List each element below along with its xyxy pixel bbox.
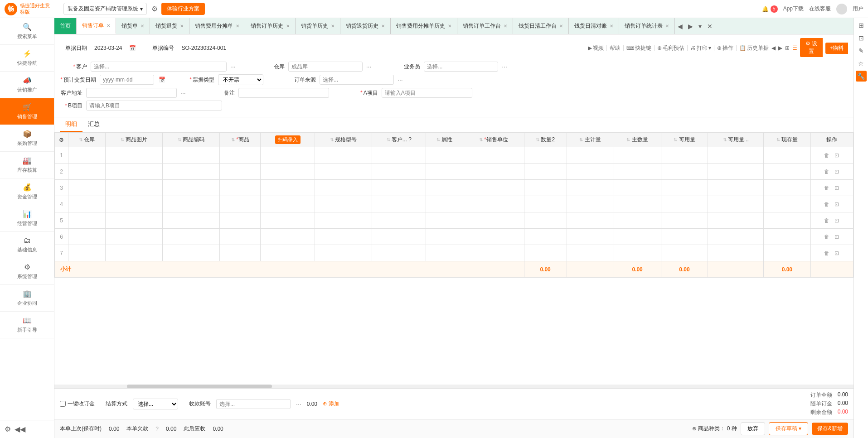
row5-main-unit[interactable] <box>567 212 614 229</box>
tab-close-sales-order[interactable]: ✕ <box>107 23 110 28</box>
tab-next-btn[interactable]: ▶ <box>685 23 696 30</box>
payment-account-more[interactable]: ··· <box>296 400 301 408</box>
row6-spec[interactable] <box>315 229 372 245</box>
row4-main-qty[interactable] <box>614 196 661 212</box>
tab-close-order-history[interactable]: ✕ <box>286 24 290 29</box>
right-tool-records[interactable]: ⊡ <box>856 33 867 43</box>
row7-customer-code[interactable] <box>372 245 426 261</box>
row2-customer-code[interactable] <box>372 164 426 180</box>
row2-delete-btn[interactable]: 🗑 <box>822 167 831 176</box>
grid-view-btn[interactable]: ⊞ <box>785 45 790 51</box>
row1-spec[interactable] <box>315 147 372 164</box>
row4-delete-btn[interactable]: 🗑 <box>822 200 831 209</box>
row5-product[interactable] <box>219 212 260 229</box>
row4-main-unit[interactable] <box>567 196 614 212</box>
tab-goods-history[interactable]: 销货单历史 ✕ <box>296 18 340 34</box>
order-source-input[interactable] <box>320 75 394 85</box>
ticket-select[interactable]: 不开票 <box>218 74 263 85</box>
horizontal-scrollbar[interactable] <box>54 385 853 388</box>
row3-warehouse[interactable] <box>68 180 106 196</box>
sidebar-item-purchase[interactable]: 📦 采购管理 <box>0 125 54 152</box>
row1-warehouse[interactable] <box>68 147 106 164</box>
row3-sales-unit[interactable] <box>463 180 524 196</box>
row1-customer-code[interactable] <box>372 147 426 164</box>
sidebar-item-search[interactable]: 🔍 搜索菜单 <box>0 18 54 45</box>
row1-main-unit[interactable] <box>567 147 614 164</box>
row6-code[interactable] <box>162 229 219 245</box>
this-order-help[interactable]: ? <box>155 426 159 432</box>
help-icon[interactable]: ? <box>408 136 412 143</box>
tab-stats[interactable]: 销售订单统计表 ✕ <box>619 18 675 34</box>
a-project-input[interactable] <box>382 88 472 98</box>
user-avatar[interactable] <box>836 4 847 14</box>
tab-close-workbench[interactable]: ✕ <box>504 24 507 29</box>
tab-returns-history[interactable]: 销货退货历史 ✕ <box>340 18 391 34</box>
row6-main-unit[interactable] <box>567 229 614 245</box>
row3-spec[interactable] <box>315 180 372 196</box>
history-btn[interactable]: 📋 历史单据 <box>739 44 769 52</box>
tab-sales-order[interactable]: 销售订单 ✕ <box>77 18 116 34</box>
row6-delete-btn[interactable]: 🗑 <box>822 232 831 241</box>
tab-prev-btn[interactable]: ◀ <box>675 23 685 30</box>
tab-close-all-btn[interactable]: ✕ <box>704 23 715 30</box>
row1-sales-unit[interactable] <box>463 147 524 164</box>
col-scan[interactable]: 扫码录入 <box>261 133 315 147</box>
help-btn[interactable]: 帮助 <box>610 44 621 52</box>
settings-icon[interactable]: ⚙ <box>151 5 158 13</box>
tab-close-stats[interactable]: ✕ <box>665 24 669 29</box>
row7-qty2[interactable] <box>524 245 567 261</box>
row3-code[interactable] <box>162 180 219 196</box>
row4-code[interactable] <box>162 196 219 212</box>
sidebar-item-enterprise[interactable]: 🏢 企业协同 <box>0 285 54 312</box>
row6-product[interactable] <box>219 229 260 245</box>
sidebar-item-operation[interactable]: 📊 经营管理 <box>0 205 54 232</box>
right-tool-star[interactable]: ☆ <box>856 58 867 69</box>
row4-product[interactable] <box>219 196 260 212</box>
sidebar-item-system[interactable]: ⚙ 系统管理 <box>0 258 54 285</box>
row1-delete-btn[interactable]: 🗑 <box>822 151 831 160</box>
row3-qty2[interactable] <box>524 180 567 196</box>
sidebar-item-guide[interactable]: 📖 新手引导 <box>0 312 54 338</box>
row5-copy-btn[interactable]: ⊡ <box>832 216 841 225</box>
row4-spec[interactable] <box>315 196 372 212</box>
tab-sales-goods[interactable]: 销货单 ✕ <box>116 18 150 34</box>
tab-workbench[interactable]: 销售订单工作台 ✕ <box>457 18 513 34</box>
row1-qty2[interactable] <box>524 147 567 164</box>
row5-attribute[interactable] <box>426 212 463 229</box>
save-draft-btn[interactable]: 保存草稿 ▾ <box>769 422 808 435</box>
tab-close-expense[interactable]: ✕ <box>236 24 239 29</box>
row7-main-unit[interactable] <box>567 245 614 261</box>
product-count-icon[interactable]: ⊕ <box>692 425 697 432</box>
row2-main-qty[interactable] <box>614 164 661 180</box>
staff-input[interactable] <box>424 62 498 72</box>
order-source-more-btn[interactable]: ··· <box>398 76 403 83</box>
app-download-link[interactable]: App下载 <box>783 5 804 13</box>
print-dropdown-icon[interactable]: ▾ <box>708 45 711 51</box>
row7-copy-btn[interactable]: ⊡ <box>832 249 841 258</box>
view-btn[interactable]: ▶ 视频 <box>588 44 604 52</box>
sidebar-item-sales[interactable]: 🛒 销售管理 <box>0 98 54 125</box>
row5-sales-unit[interactable] <box>463 212 524 229</box>
row2-copy-btn[interactable]: ⊡ <box>832 167 841 176</box>
row5-qty2[interactable] <box>524 212 567 229</box>
row2-sales-unit[interactable] <box>463 164 524 180</box>
one-click-checkbox[interactable] <box>60 401 66 407</box>
row7-main-qty[interactable] <box>614 245 661 261</box>
calendar-icon[interactable]: 📅 <box>129 45 136 51</box>
row3-attribute[interactable] <box>426 180 463 196</box>
notification-bell[interactable]: 🔔 5 <box>762 5 777 13</box>
address-input[interactable] <box>86 88 177 98</box>
row3-product[interactable] <box>219 180 260 196</box>
system-selector[interactable]: 装备及固定资产辅助管理系统 ▾ <box>63 3 147 15</box>
profit-btn[interactable]: ⊕ 毛利预估 <box>657 44 684 52</box>
tab-summary[interactable]: 汇总 <box>82 117 105 132</box>
save-new-btn[interactable]: 保存&新增 <box>812 423 848 435</box>
tab-order-history[interactable]: 销售订单历史 ✕ <box>245 18 296 34</box>
row7-attribute[interactable] <box>426 245 463 261</box>
row3-copy-btn[interactable]: ⊡ <box>832 183 841 193</box>
row6-attribute[interactable] <box>426 229 463 245</box>
additem-float-btn[interactable]: +物料 <box>825 43 848 54</box>
add-payment-btn[interactable]: ⊕ 添加 <box>323 400 339 408</box>
row7-product[interactable] <box>219 245 260 261</box>
row2-warehouse[interactable] <box>68 164 106 180</box>
